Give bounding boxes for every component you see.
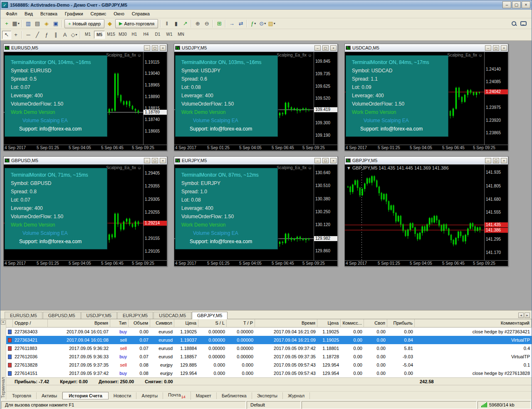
column-volume[interactable]: Объем (129, 319, 150, 328)
new-chart-icon[interactable]: + (2, 20, 11, 28)
table-row[interactable]: 2276138282017.09.05 9:37:35sell0.08eurjp… (6, 361, 532, 369)
chart-restore-button[interactable]: ▢ (322, 158, 329, 163)
tab-trade[interactable]: Торговля (7, 392, 37, 399)
timeframe-h4[interactable]: H4 (141, 31, 151, 39)
timeframe-mn[interactable]: MN (176, 31, 186, 39)
chart-titlebar[interactable]: EURUSD,M5 – ▢ × (4, 44, 167, 52)
chart-restore-button[interactable]: ▢ (322, 45, 329, 51)
chart-plot[interactable]: Scalping_Ea_fix ☺ TerminalMonitor ON, 10… (174, 52, 314, 145)
menu-charts[interactable]: Графики (61, 10, 87, 17)
chart-plot[interactable]: Scalping_Ea_fix ☺ TerminalMonitor ON, 10… (4, 52, 143, 145)
chart-restore-button[interactable]: ▢ (493, 158, 499, 163)
chart-close-button[interactable]: × (330, 158, 337, 163)
tab-market[interactable]: Маркет (191, 392, 217, 399)
chart-window[interactable]: GBPUSD,M5 – ▢ × Scalping_Ea_fix ☺ Termin… (3, 156, 167, 266)
market-watch-icon[interactable]: ▥ (24, 20, 33, 28)
chart-close-button[interactable]: × (330, 45, 337, 51)
chart-minimize-button[interactable]: – (485, 45, 491, 51)
tab-scroll-left-icon[interactable]: ◂ (518, 313, 524, 318)
chart-window[interactable]: USDCAD,M5 – ▢ × Scalping_Ea_fix ☺ Termin… (344, 44, 508, 151)
metaeditor-icon[interactable]: ◆ (105, 20, 114, 28)
auto-trading-button[interactable]: ▶Авто-торговля (115, 19, 158, 28)
column-type[interactable]: Тип (110, 319, 129, 328)
timeframe-h1[interactable]: H1 (129, 31, 140, 39)
chart-window[interactable]: EURUSD,M5 – ▢ × Scalping_Ea_fix ☺ Termin… (3, 44, 167, 151)
table-row[interactable]: 2276120362017.09.05 9:36:33buy0.07eurusd… (6, 352, 532, 361)
chart-minimize-button[interactable]: – (485, 158, 491, 163)
chart-tab-usdcad[interactable]: USDCAD,M5 (153, 312, 191, 319)
table-row[interactable]: 2276141512017.09.05 9:37:42buy0.08eurjpy… (6, 369, 532, 377)
column-open-time[interactable]: Время (48, 319, 110, 328)
chart-titlebar[interactable]: USDJPY,M5 – ▢ × (174, 44, 337, 52)
chart-close-button[interactable]: × (501, 45, 507, 51)
line-chart-mode-icon[interactable]: ↗ (181, 20, 190, 28)
chart-restore-button[interactable]: ▢ (493, 45, 499, 51)
chart-minimize-button[interactable]: – (144, 45, 150, 51)
tab-exposure[interactable]: Активы (37, 392, 62, 399)
column-profit[interactable]: Прибыль (387, 319, 415, 328)
search-icon[interactable] (511, 21, 517, 27)
chart-close-button[interactable]: × (160, 45, 166, 51)
channel-icon[interactable]: ∥ (51, 31, 60, 39)
new-order-button[interactable]: +Новый ордер (64, 19, 104, 28)
chart-minimize-button[interactable]: – (314, 158, 321, 163)
column-commission[interactable]: Комисс... (341, 319, 364, 328)
zoom-out-icon[interactable]: ⊖ (202, 20, 211, 28)
column-tp[interactable]: T / P (227, 319, 255, 328)
table-row[interactable]: 2276118832017.09.05 9:36:32sell0.07eurus… (6, 344, 532, 352)
auto-scroll-icon[interactable]: → (227, 20, 236, 28)
chart-titlebar[interactable]: GBPJPY,M5 – ▢ × (345, 157, 508, 165)
profiles-icon[interactable]: ▦▾ (11, 20, 20, 28)
timeframe-d1[interactable]: D1 (152, 31, 163, 39)
menu-view[interactable]: Вид (21, 10, 37, 17)
chart-tab-eurjpy[interactable]: EURJPY,M5 (117, 312, 153, 319)
status-profile[interactable]: Default (247, 401, 301, 409)
templates-icon[interactable]: ▧▾ (267, 20, 276, 28)
periods-icon[interactable]: ⊙▾ (258, 20, 267, 28)
restore-button[interactable]: ▢ (512, 1, 521, 8)
chart-restore-button[interactable]: ▢ (152, 158, 158, 163)
chart-plot[interactable]: ▼ GBPJPY,M5 141.435 141.445 141.369 141.… (345, 165, 484, 260)
chart-titlebar[interactable]: EURJPY,M5 – ▢ × (174, 157, 337, 165)
timeframe-m15[interactable]: M15 (106, 31, 116, 39)
menu-insert[interactable]: Вставка (37, 10, 61, 17)
horizontal-line-icon[interactable]: ─ (24, 31, 33, 39)
chart-minimize-button[interactable]: – (144, 158, 150, 163)
column-comment[interactable]: Комментарий (415, 319, 532, 328)
tab-mailbox[interactable]: Почта14 (163, 392, 191, 399)
menu-window[interactable]: Окно (110, 10, 128, 17)
chart-shift-icon[interactable]: ⇄ (236, 20, 245, 28)
indicators-icon[interactable]: ƒ▾ (249, 20, 258, 28)
chart-window[interactable]: EURJPY,M5 – ▢ × Scalping_Ea_fix ☺ Termin… (174, 156, 338, 266)
menu-tools[interactable]: Сервис (87, 10, 110, 17)
candlestick-mode-icon[interactable]: ▮ (171, 20, 181, 28)
text-tool-icon[interactable]: A (60, 31, 69, 39)
chart-window[interactable]: GBPJPY,M5 – ▢ × ▼ GBPJPY,M5 141.435 141.… (344, 156, 508, 266)
timeframe-w1[interactable]: W1 (164, 31, 175, 39)
chart-titlebar[interactable]: GBPUSD,M5 – ▢ × (4, 157, 167, 165)
timeframe-m1[interactable]: M1 (82, 31, 93, 39)
trendline-icon[interactable]: ╱ (33, 31, 42, 39)
tile-windows-icon[interactable]: ⊞ (215, 20, 224, 28)
crosshair-tool-icon[interactable]: + (11, 31, 20, 39)
data-window-icon[interactable]: ▤ (33, 20, 42, 28)
column-close-time[interactable]: Время (255, 319, 317, 328)
chart-titlebar[interactable]: USDCAD,M5 – ▢ × (345, 44, 508, 52)
chart-tab-gbpusd[interactable]: GBPUSD,M5 (43, 312, 81, 319)
arrows-tool-icon[interactable]: ◇▾ (69, 31, 79, 39)
timeframe-m30[interactable]: M30 (117, 31, 128, 39)
chart-minimize-button[interactable]: – (314, 45, 321, 51)
tab-scroll-right-icon[interactable]: ▸ (525, 313, 530, 318)
close-button[interactable]: × (522, 1, 530, 8)
tab-library[interactable]: Библиотека (217, 392, 252, 399)
tab-experts[interactable]: Эксперты (252, 392, 283, 399)
terminal-close-icon[interactable]: × (1, 320, 5, 325)
zoom-in-icon[interactable]: ⊕ (193, 20, 202, 28)
chart-tab-gbpjpy[interactable]: GBPJPY,M5 (192, 312, 228, 319)
bar-chart-mode-icon[interactable]: ‖ (162, 20, 171, 28)
navigator-icon[interactable]: ◈ (42, 20, 51, 28)
tab-account-history[interactable]: История Счета (62, 392, 109, 399)
chat-icon[interactable] (520, 21, 527, 26)
menu-help[interactable]: Справка (128, 10, 153, 17)
column-price[interactable]: Цена (174, 319, 198, 328)
